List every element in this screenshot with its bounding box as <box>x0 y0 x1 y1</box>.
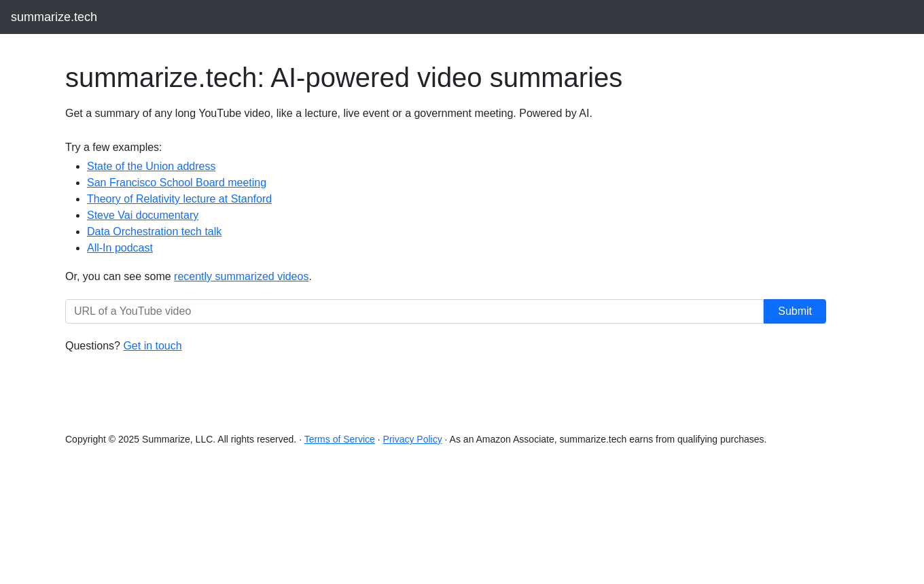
example-link-1[interactable]: State of the Union address <box>87 160 215 172</box>
submit-button[interactable]: Submit <box>764 299 826 324</box>
or-text-before: Or, you can see some <box>65 271 174 282</box>
url-form: Submit <box>65 299 826 324</box>
footer-separator-1: · <box>375 434 383 445</box>
list-item: Steve Vai documentary <box>87 209 859 222</box>
example-link-4[interactable]: Steve Vai documentary <box>87 209 198 221</box>
list-item: Theory of Relativity lecture at Stanford <box>87 193 859 205</box>
list-item: Data Orchestration tech talk <box>87 226 859 238</box>
questions-text: Questions? Get in touch <box>65 340 859 352</box>
copyright-text: Copyright © 2025 Summarize, LLC. All rig… <box>65 434 304 445</box>
brand-logo[interactable]: summarize.tech <box>11 10 97 24</box>
or-text-after: . <box>308 271 311 282</box>
examples-list: State of the Union address San Francisco… <box>65 160 859 254</box>
terms-link[interactable]: Terms of Service <box>304 434 375 445</box>
list-item: State of the Union address <box>87 160 859 173</box>
example-link-3[interactable]: Theory of Relativity lecture at Stanford <box>87 193 272 205</box>
url-input[interactable] <box>65 299 764 324</box>
get-in-touch-link[interactable]: Get in touch <box>123 340 181 351</box>
footer-suffix: · As an Amazon Associate, summarize.tech… <box>442 434 767 445</box>
questions-label: Questions? <box>65 340 120 351</box>
examples-label: Try a few examples: <box>65 141 859 154</box>
list-item: San Francisco School Board meeting <box>87 177 859 189</box>
footer: Copyright © 2025 Summarize, LLC. All rig… <box>54 420 870 458</box>
privacy-link[interactable]: Privacy Policy <box>383 434 442 445</box>
example-link-2[interactable]: San Francisco School Board meeting <box>87 177 266 188</box>
or-text: Or, you can see some recently summarized… <box>65 271 859 283</box>
example-link-6[interactable]: All-In podcast <box>87 242 153 254</box>
recently-summarized-link[interactable]: recently summarized videos <box>174 271 308 282</box>
page-title: summarize.tech: AI-powered video summari… <box>65 61 859 94</box>
list-item: All-In podcast <box>87 242 859 254</box>
example-link-5[interactable]: Data Orchestration tech talk <box>87 226 221 237</box>
subtitle-text: Get a summary of any long YouTube video,… <box>65 107 859 120</box>
main-content: summarize.tech: AI-powered video summari… <box>54 34 870 420</box>
site-header: summarize.tech <box>0 0 924 34</box>
